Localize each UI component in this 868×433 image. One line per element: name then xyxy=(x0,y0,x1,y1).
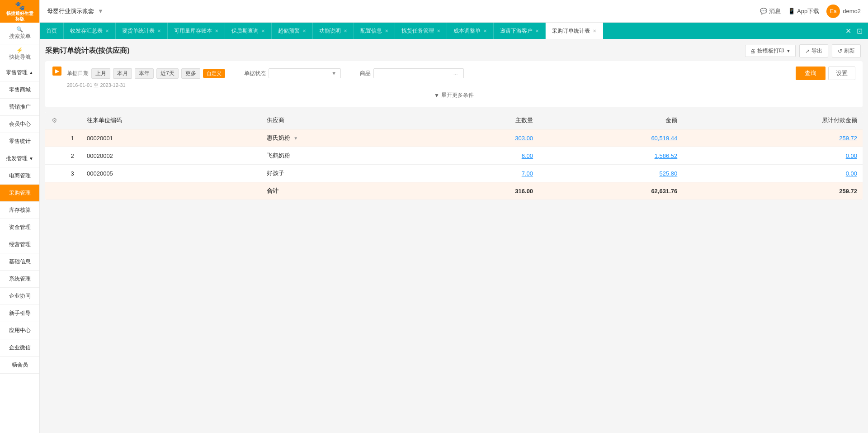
row-qty[interactable]: 7.00 xyxy=(426,165,538,182)
close-icon[interactable]: ✕ xyxy=(437,29,440,33)
close-window-icon[interactable]: ✕ xyxy=(844,25,853,37)
row-settings xyxy=(45,165,63,182)
chevron-down-icon: ▲ xyxy=(29,70,33,75)
top-bar-right: 💬 消息 📱 App下载 Ea demo2 xyxy=(760,5,861,18)
filter-panel: ▶ 单据日期 上月 本月 本年 近7天 更多 xyxy=(45,61,863,107)
row-amount[interactable]: 60,519.44 xyxy=(538,129,683,147)
username: demo2 xyxy=(843,8,861,14)
close-icon[interactable]: ✕ xyxy=(261,29,265,33)
tab-overstock[interactable]: 超储预警 ✕ xyxy=(272,23,313,39)
sidebar-item-quick-nav[interactable]: ⚡ 快捷导航 xyxy=(0,44,39,64)
tab-expiry-query[interactable]: 保质期查询 ✕ xyxy=(225,23,272,39)
date-filter: 单据日期 上月 本月 本年 近7天 更多 自定义 xyxy=(67,68,225,79)
sidebar-item-purchase-manage[interactable]: 采购管理 xyxy=(0,185,39,202)
row-amount[interactable]: 1,586.52 xyxy=(538,147,683,165)
close-icon[interactable]: ✕ xyxy=(593,29,596,33)
tab-func-desc[interactable]: 功能说明 ✕ xyxy=(313,23,354,39)
page-title: 采购订单统计表(按供应商) xyxy=(45,46,130,56)
date-last-month[interactable]: 上月 xyxy=(91,68,110,79)
export-button[interactable]: ↗ 导出 xyxy=(799,44,828,57)
chevron-down-icon: ▼ xyxy=(434,92,439,99)
sidebar-item-ops-manage[interactable]: 经营管理 xyxy=(0,236,39,253)
sidebar-item-ecom-manage[interactable]: 电商管理 xyxy=(0,167,39,185)
query-button[interactable]: 查询 xyxy=(796,67,826,80)
message-button[interactable]: 💬 消息 xyxy=(760,7,781,15)
print-button[interactable]: 🖨 按模板打印 ▼ xyxy=(745,45,796,57)
tab-config-info[interactable]: 配置信息 ✕ xyxy=(354,23,395,39)
sidebar-item-retail-manage[interactable]: 零售管理 ▲ xyxy=(0,64,39,81)
row-paid[interactable]: 259.72 xyxy=(683,129,863,147)
brand-text: 标版 xyxy=(15,16,24,22)
filter-collapse-button[interactable]: ▶ xyxy=(52,67,61,76)
sidebar-item-basic-info[interactable]: 基础信息 xyxy=(0,253,39,271)
filter-main: 单据日期 上月 本月 本年 近7天 更多 自定义 xyxy=(67,67,855,89)
row-qty[interactable]: 303.00 xyxy=(426,129,538,147)
sidebar-item-vip-member[interactable]: 畅会员 xyxy=(0,357,39,374)
main-area: 母婴行业演示账套 ▼ 💬 消息 📱 App下载 Ea demo2 首页 收发存汇… xyxy=(40,0,868,433)
refresh-button[interactable]: ↺ 刷新 xyxy=(832,44,861,57)
app-download-button[interactable]: 📱 App下载 xyxy=(788,7,819,15)
status-filter: 单据状态 ▼ xyxy=(244,68,341,78)
close-icon[interactable]: ✕ xyxy=(105,29,109,33)
data-table: ⚙ 往来单位编码 供应商 主数量 金额 xyxy=(45,112,863,200)
date-custom-badge[interactable]: 自定义 xyxy=(203,69,225,78)
chevron-down-icon: ▼ xyxy=(29,156,33,161)
date-last-7days[interactable]: 近7天 xyxy=(156,68,179,79)
sidebar-item-enterprise-wechat[interactable]: 企业微信 xyxy=(0,339,39,357)
close-icon[interactable]: ✕ xyxy=(344,29,347,33)
date-quick-buttons: 上月 本月 本年 近7天 更多 自定义 xyxy=(91,68,225,79)
goods-input[interactable]: ... xyxy=(373,68,464,78)
expand-window-icon[interactable]: ⊡ xyxy=(855,25,864,37)
tab-goods-stats[interactable]: 要货单统计表 ✕ xyxy=(116,23,168,39)
row-paid[interactable]: 0.00 xyxy=(683,147,863,165)
close-icon[interactable]: ✕ xyxy=(385,29,388,33)
close-icon[interactable]: ✕ xyxy=(215,29,218,33)
sidebar-item-enterprise[interactable]: 企业协同 xyxy=(0,288,39,305)
sidebar-item-app-center[interactable]: 应用中心 xyxy=(0,322,39,339)
chevron-down-icon: ▼ xyxy=(98,8,104,14)
tab-pick-task[interactable]: 拣货任务管理 ✕ xyxy=(395,23,447,39)
sidebar-item-search[interactable]: 🔍 搜索菜单 xyxy=(0,23,39,44)
goods-filter-label: 商品 xyxy=(360,70,371,77)
date-this-month[interactable]: 本月 xyxy=(113,68,132,79)
date-more[interactable]: 更多 xyxy=(181,68,200,79)
row-amount[interactable]: 525.80 xyxy=(538,165,683,182)
tab-invite-downstream[interactable]: 邀请下游客户 ✕ xyxy=(494,23,546,39)
col-settings: ⚙ xyxy=(45,112,63,129)
settings-button[interactable]: 设置 xyxy=(828,67,855,80)
expand-more-button[interactable]: ▼ 展开更多条件 xyxy=(52,89,855,102)
close-icon[interactable]: ✕ xyxy=(483,29,487,33)
col-supplier-name: 供应商 xyxy=(261,112,426,129)
supplier-code: 00020005 xyxy=(81,165,261,182)
table-row: 3 00020005 好孩子 7.00 525.80 0.00 xyxy=(45,165,863,182)
table-settings-icon[interactable]: ⚙ xyxy=(52,117,57,124)
status-select[interactable]: ▼ xyxy=(269,68,341,78)
top-bar: 母婴行业演示账套 ▼ 💬 消息 📱 App下载 Ea demo2 xyxy=(40,0,868,23)
company-selector[interactable]: 母婴行业演示账套 ▼ xyxy=(47,7,104,15)
row-qty[interactable]: 6.00 xyxy=(426,147,538,165)
sidebar-item-inventory[interactable]: 库存核算 xyxy=(0,202,39,219)
user-profile[interactable]: Ea demo2 xyxy=(826,5,861,18)
close-icon[interactable]: ✕ xyxy=(302,29,306,33)
goods-more-icon[interactable]: ... xyxy=(452,70,460,76)
sidebar-item-wholesale-manage[interactable]: 批发管理 ▼ xyxy=(0,150,39,167)
data-table-container: ⚙ 往来单位编码 供应商 主数量 金额 xyxy=(45,112,863,200)
tab-home[interactable]: 首页 xyxy=(40,23,64,39)
sidebar-item-new-guide[interactable]: 新手引导 xyxy=(0,305,39,322)
sidebar-item-retail-mall[interactable]: 零售商城 xyxy=(0,81,39,99)
tab-available-stock[interactable]: 可用量库存账本 ✕ xyxy=(168,23,225,39)
sidebar-item-finance[interactable]: 资金管理 xyxy=(0,219,39,236)
row-paid[interactable]: 0.00 xyxy=(683,165,863,182)
tab-purchase-stats[interactable]: 采购订单统计表 ✕ xyxy=(546,23,603,39)
close-icon[interactable]: ✕ xyxy=(535,29,539,33)
date-this-year[interactable]: 本年 xyxy=(135,68,154,79)
sidebar-item-sys-manage[interactable]: 系统管理 xyxy=(0,271,39,288)
tab-cost-adjust[interactable]: 成本调整单 ✕ xyxy=(447,23,494,39)
sidebar-item-member-center[interactable]: 会员中心 xyxy=(0,116,39,133)
tab-collect-pay[interactable]: 收发存汇总表 ✕ xyxy=(64,23,116,39)
filter-row-1: 单据日期 上月 本月 本年 近7天 更多 自定义 xyxy=(67,67,855,80)
close-icon[interactable]: ✕ xyxy=(157,29,161,33)
supplier-code: 00020002 xyxy=(81,147,261,165)
sidebar-item-marketing[interactable]: 营销推广 xyxy=(0,99,39,116)
sidebar-item-retail-stats[interactable]: 零售统计 xyxy=(0,133,39,150)
